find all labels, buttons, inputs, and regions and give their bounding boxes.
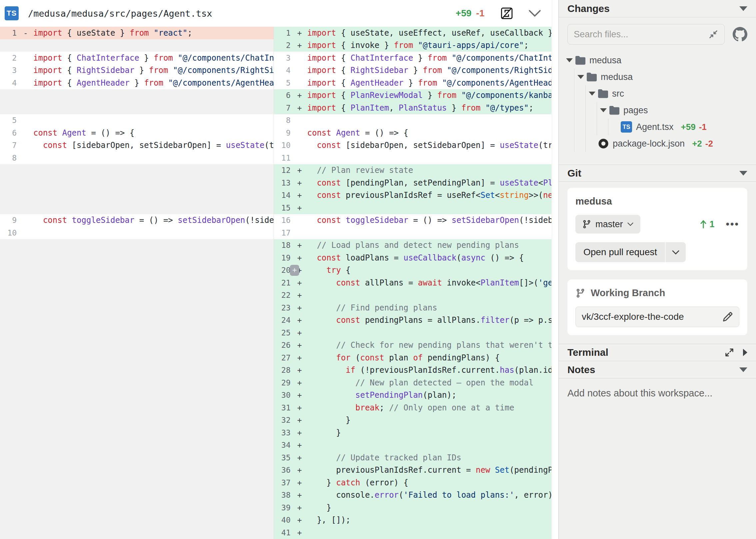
diff-row: 23+ // Find pending plans <box>274 301 551 314</box>
commits-ahead-indicator[interactable]: 1 <box>699 219 714 230</box>
tree-item-label: medusa <box>589 55 621 66</box>
diff-row: 31+ break; // Only open one at a time <box>274 401 551 414</box>
diff-row: 25+ <box>274 326 551 339</box>
diff-row <box>0 339 274 352</box>
add-comment-button[interactable]: + <box>290 265 299 276</box>
diff-row <box>0 401 274 414</box>
diff-row <box>0 326 274 339</box>
diff-row <box>0 451 274 464</box>
tree-item-label: package-lock.json <box>613 139 685 149</box>
diff-row: 14+ const previousPlanIdsRef = useRef<Se… <box>274 189 551 202</box>
diff-row: 34+ <box>274 439 551 452</box>
chevron-down-icon[interactable] <box>739 367 747 372</box>
tree-item-label: medusa <box>601 72 633 82</box>
diff-row <box>0 489 274 502</box>
more-options-button[interactable]: ••• <box>726 222 739 226</box>
diff-row: 16 const toggleSidebar = () => setSideba… <box>274 214 551 227</box>
folder-icon <box>587 72 597 82</box>
working-branch-field[interactable] <box>575 306 739 327</box>
diff-row <box>0 252 274 264</box>
tree-item-label: pages <box>623 105 648 116</box>
diff-row: 6const Agent = () => { <box>0 127 274 139</box>
tree-folder-pages[interactable]: pages <box>559 102 756 119</box>
diff-row: 13+ const [pendingPlan, setPendingPlan] … <box>274 177 551 189</box>
file-removed-count: -2 <box>705 139 713 149</box>
terminal-section-header[interactable]: Terminal <box>559 344 756 361</box>
expand-terminal-icon[interactable] <box>724 347 734 357</box>
diff-row: 1-import { useState } from "react"; <box>0 27 274 39</box>
diff-row: 7+import { PlanItem, PlanStatus } from "… <box>274 102 551 114</box>
diff-row <box>0 89 274 102</box>
tree-file-package-lock.json[interactable]: package-lock.json+2-2 <box>559 135 756 152</box>
changes-body: medusamedusasrcpagesTSAgent.tsx+59-1pack… <box>559 17 756 165</box>
diff-row: 17 <box>274 227 551 239</box>
diff-row: 5 <box>0 114 274 127</box>
diff-row: 8 <box>0 152 274 164</box>
diff-row: 9 const toggleSidebar = () => setSidebar… <box>0 214 274 227</box>
working-branch-input[interactable] <box>582 311 722 322</box>
git-section-header[interactable]: Git <box>559 165 756 182</box>
diff-view: 1-import { useState } from "react";2impo… <box>0 27 552 539</box>
diff-row <box>0 276 274 289</box>
diff-row <box>0 376 274 389</box>
collapse-file-chevron-icon[interactable] <box>526 7 543 19</box>
collapse-tree-icon[interactable] <box>708 29 718 39</box>
chevron-down-icon[interactable] <box>739 171 747 176</box>
edit-branch-icon[interactable] <box>722 311 733 322</box>
diff-pane-new: 1+import { useState, useEffect, useRef, … <box>274 27 551 539</box>
diff-row: 20+ try {+ <box>274 264 551 277</box>
app-window: TS /medusa/medusa/src/pages/Agent.tsx +5… <box>0 0 756 539</box>
tree-file-Agent.tsx[interactable]: TSAgent.tsx+59-1 <box>559 119 756 135</box>
diff-row: 3import { RightSidebar } from "@/compone… <box>0 64 274 77</box>
chevron-right-icon[interactable] <box>743 349 747 356</box>
package-lock-icon <box>598 138 609 149</box>
diff-row <box>0 414 274 427</box>
diff-row <box>0 501 274 514</box>
branch-selector[interactable]: master <box>575 215 640 234</box>
tree-folder-medusa[interactable]: medusa <box>559 69 756 85</box>
split-view-toggle-icon[interactable] <box>498 4 516 22</box>
notes-placeholder: Add notes about this workspace... <box>567 388 747 399</box>
diff-row: 19+ const loadPlans = useCallback(async … <box>274 252 551 264</box>
working-branch-title: Working Branch <box>591 287 665 298</box>
diff-row: 18+ // Load plans and detect new pending… <box>274 239 551 252</box>
folder-icon <box>609 105 619 115</box>
diff-row: 21+ const allPlans = await invoke<PlanIt… <box>274 276 551 289</box>
pull-request-dropdown-button[interactable] <box>665 242 686 262</box>
file-added-count: +59 <box>681 122 696 132</box>
diff-row: 7 const [sidebarOpen, setSidebarOpen] = … <box>0 139 274 152</box>
diff-row: 8 <box>274 114 551 127</box>
search-input[interactable] <box>574 29 708 40</box>
diff-row: 2+import { invoke } from "@tauri-apps/ap… <box>274 39 551 52</box>
diff-row <box>0 239 274 252</box>
file-search-box[interactable] <box>567 24 725 45</box>
notes-section-header[interactable]: Notes <box>559 361 756 378</box>
arrow-up-icon <box>699 220 707 229</box>
chevron-down-icon[interactable] <box>739 6 747 11</box>
repo-name: medusa <box>575 196 739 207</box>
diff-row <box>0 102 274 114</box>
notes-title: Notes <box>567 364 595 375</box>
folder-icon <box>598 89 608 99</box>
diff-row <box>0 351 274 364</box>
diff-row <box>0 464 274 477</box>
scrollbar-gutter[interactable] <box>552 0 558 539</box>
diff-row: 39+ } <box>274 501 551 514</box>
diff-row: 26+ // Check for new pending plans that … <box>274 339 551 352</box>
diff-row: 10 <box>0 227 274 239</box>
notes-editor[interactable]: Add notes about this workspace... <box>559 378 756 539</box>
tree-folder-medusa[interactable]: medusa <box>559 52 756 69</box>
diff-row <box>0 389 274 402</box>
github-icon[interactable] <box>733 27 747 42</box>
diff-row <box>0 202 274 214</box>
changes-section-header[interactable]: Changes <box>559 0 756 17</box>
git-body: medusa master <box>559 182 756 344</box>
chevron-down-icon <box>627 222 634 227</box>
diff-row <box>0 364 274 377</box>
diff-row: 3import { ChatInterface } from "@/compon… <box>274 52 551 64</box>
chevron-down-icon[interactable] <box>566 58 573 62</box>
tree-folder-src[interactable]: src <box>559 85 756 102</box>
diff-row: 6+import { PlanReviewModal } from "@/com… <box>274 89 551 102</box>
open-pull-request-button[interactable]: Open pull request <box>575 242 665 262</box>
tree-item-label: Agent.tsx <box>636 122 674 132</box>
